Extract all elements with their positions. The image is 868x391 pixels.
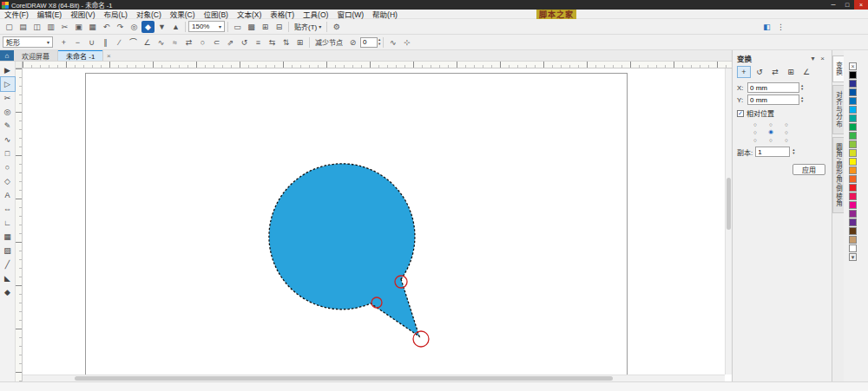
copy-icon[interactable]: ▣ [72,21,85,33]
symmetric-node-icon[interactable]: ≈ [168,36,181,49]
docker-tab-corners[interactable]: 圆角/扇形角/倒棱角 [832,137,845,213]
menu-help[interactable]: 帮助(H) [368,10,402,18]
menu-file[interactable]: 文件(F) [0,10,33,18]
color-swatch[interactable] [849,71,857,79]
color-swatch[interactable] [849,227,857,235]
color-swatch[interactable] [849,132,857,140]
anchor-top-right[interactable]: ○ [782,121,791,127]
vertical-scrollbar[interactable] [725,68,732,375]
interactive-fill-tool[interactable]: ◣ [1,271,15,285]
undo-icon[interactable]: ↶ [100,21,113,33]
anchor-middle-left[interactable]: ○ [751,128,760,135]
color-swatch[interactable] [849,201,857,209]
color-swatch[interactable] [849,149,857,157]
workspace-panel-icon[interactable]: ◧ [760,21,773,33]
dimension-tool[interactable]: ⇔ [1,202,15,216]
smooth-node-icon[interactable]: ∿ [155,36,168,49]
color-swatch[interactable] [849,97,857,105]
save-icon[interactable]: ◫ [30,21,43,33]
reflect-horizontal-icon[interactable]: ⇆ [266,36,279,49]
palette-scroll-down-icon[interactable]: ▾ [849,253,857,261]
color-swatch[interactable] [849,192,857,200]
color-swatch[interactable] [849,158,857,166]
close-curve-icon[interactable]: ○ [196,36,209,49]
zoom-tool[interactable]: ◎ [1,105,15,119]
show-grid-icon[interactable]: ⊟ [273,21,286,33]
menu-layout[interactable]: 布局(L) [100,10,132,18]
drop-shadow-tool[interactable]: ▦ [1,230,15,244]
crop-tool[interactable]: ✂ [1,91,15,105]
menu-object[interactable]: 对象(C) [132,10,166,18]
scale-mirror-mode-icon[interactable]: ⇄ [768,66,782,78]
maximize-button[interactable]: □ [840,0,854,10]
options-gear-icon[interactable]: ⚙ [330,21,343,33]
size-mode-icon[interactable]: ⊞ [784,66,798,78]
align-nodes-icon[interactable]: ≡ [252,36,265,49]
stepper-down-icon[interactable]: ▾ [801,100,803,104]
copies-stepper[interactable]: ▴ ▾ [792,148,794,156]
zoom-level-combo[interactable]: 150% ▾ [188,21,225,32]
color-swatch[interactable] [849,184,857,192]
to-line-icon[interactable]: ∕ [113,36,126,49]
color-swatch[interactable] [849,166,857,174]
menu-table[interactable]: 表格(T) [266,10,299,18]
reflect-vertical-icon[interactable]: ⇅ [279,36,293,49]
cut-icon[interactable]: ✂ [58,21,71,33]
polygon-tool[interactable]: ◇ [1,174,15,188]
transparency-tool[interactable]: ▨ [1,244,15,257]
color-swatch[interactable] [849,80,857,88]
anchor-bottom-left[interactable]: ○ [751,136,760,143]
open-icon[interactable]: ▤ [16,21,30,33]
artistic-media-tool[interactable]: ∿ [1,133,15,147]
x-stepper[interactable]: ▴ ▾ [801,84,803,92]
rectangle-tool[interactable]: □ [1,147,15,160]
stepper-down-icon[interactable]: ▾ [792,152,794,156]
import-icon[interactable]: ▼ [155,21,168,33]
docker-tab-transform[interactable]: 变换 [832,55,845,82]
anchor-top-center[interactable]: ○ [766,121,775,127]
print-icon[interactable]: ▥ [44,21,57,33]
skew-mode-icon[interactable]: ∠ [799,66,813,78]
reverse-direction-icon[interactable]: ⇄ [182,36,195,49]
color-swatch[interactable] [849,175,857,183]
search-content-icon[interactable]: ◎ [128,21,141,33]
application-launcher-icon[interactable]: ◆ [141,21,155,33]
snap-to-dropdown[interactable]: 贴齐(T) ▾ [292,21,324,32]
color-swatch[interactable] [849,218,857,226]
vertical-ruler[interactable] [16,68,23,381]
apply-button[interactable]: 应用 [792,164,825,175]
horizontal-scrollbar[interactable] [23,375,725,381]
horizontal-scroll-thumb[interactable] [75,376,613,381]
view-mode-icon[interactable]: ▩ [245,21,258,33]
curve-smoothness-stepper[interactable]: ▴ ▾ [378,38,380,46]
stepper-down-icon[interactable]: ▾ [378,42,380,47]
menu-view[interactable]: 视图(V) [66,10,99,18]
menu-effects[interactable]: 效果(C) [166,10,200,18]
y-input[interactable] [747,94,799,105]
show-rulers-icon[interactable]: ⊞ [259,21,272,33]
cusp-node-icon[interactable]: ∠ [141,36,154,49]
shape-preset-combo[interactable]: 矩形 ▾ [3,36,53,48]
color-swatch[interactable] [849,106,857,114]
ellipse-tool[interactable]: ○ [1,160,15,174]
docker-tab-align[interactable]: 对齐与分布 [832,85,845,134]
curve-smoothness-slider-icon[interactable]: ⊘ [346,36,359,49]
extract-subpath-icon[interactable]: ⊂ [210,36,223,49]
position-mode-icon[interactable]: + [737,66,751,78]
horizontal-ruler[interactable] [23,62,732,68]
docker-close-icon[interactable]: × [818,55,827,62]
close-button[interactable]: × [854,0,868,10]
menu-tools[interactable]: 工具(O) [299,10,332,18]
break-curve-icon[interactable]: ∥ [99,36,112,49]
rotate-mode-icon[interactable]: ↺ [753,66,766,78]
relative-position-checkbox[interactable]: ✓ [737,110,744,117]
stepper-down-icon[interactable]: ▾ [801,88,803,92]
minimize-button[interactable]: ─ [826,0,840,10]
menu-edit[interactable]: 编辑(E) [33,10,66,18]
join-nodes-icon[interactable]: ∪ [85,36,98,49]
anchor-middle-right[interactable]: ○ [782,128,791,135]
delete-node-icon[interactable]: − [71,36,84,49]
stretch-nodes-icon[interactable]: ⇗ [224,36,237,49]
menu-window[interactable]: 窗口(W) [332,10,368,18]
export-icon[interactable]: ▲ [169,21,182,33]
